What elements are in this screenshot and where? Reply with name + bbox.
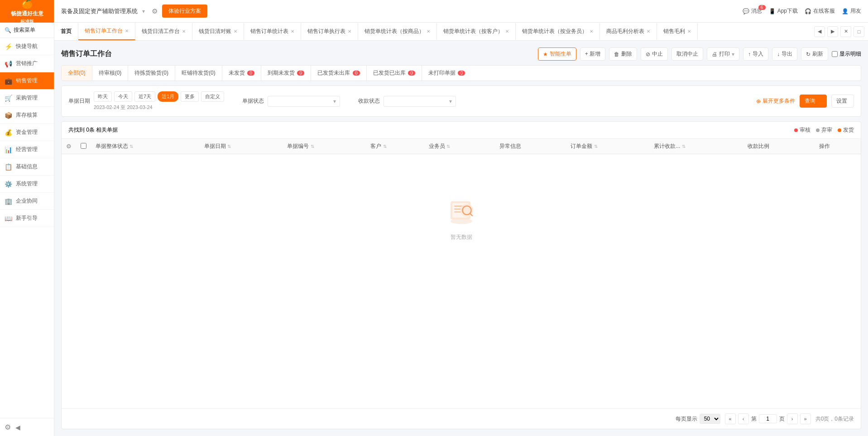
filter-tab-overdue[interactable]: 到期未发货 0 xyxy=(261,66,311,81)
sidebar-item-inventory[interactable]: 📦 库存核算 xyxy=(0,107,54,124)
date-more-btn[interactable]: 更多 xyxy=(181,91,199,102)
tab-sales-summary-staff[interactable]: 销货单统计表（按业务员） ✕ xyxy=(516,23,600,40)
tab-sales-stats[interactable]: 销售订单统计表 ✕ xyxy=(244,23,301,40)
sort-icon[interactable]: ⇅ xyxy=(682,144,686,149)
sort-icon[interactable]: ⇅ xyxy=(446,144,450,149)
tab-close-icon[interactable]: ✕ xyxy=(687,29,691,34)
delete-btn[interactable]: 🗑 删除 xyxy=(609,47,637,61)
sidebar-item-quick-nav[interactable]: ⚡ 快捷导航 xyxy=(0,38,54,55)
ship-action[interactable]: 发货 xyxy=(838,126,854,134)
date-yesterday-btn[interactable]: 昨天 xyxy=(94,91,112,102)
sidebar-item-purchase[interactable]: 🛒 采购管理 xyxy=(0,90,54,107)
sidebar-item-finance[interactable]: 💰 资金管理 xyxy=(0,124,54,141)
filter-tab-all[interactable]: 全部(0) xyxy=(62,66,92,81)
tab-close-icon[interactable]: ✕ xyxy=(234,29,237,34)
tab-home[interactable]: 首页 xyxy=(54,23,78,40)
first-page-btn[interactable]: « xyxy=(725,413,736,424)
filter-tab-pending-inspect[interactable]: 待拣货验货(0) xyxy=(128,66,175,81)
tab-cash-reconcile[interactable]: 钱货日清对账 ✕ xyxy=(192,23,244,40)
sales-icon: 💼 xyxy=(5,77,12,85)
sort-icon[interactable]: ⇅ xyxy=(383,144,387,149)
tab-close-icon[interactable]: ✕ xyxy=(590,29,593,34)
app-download-btn[interactable]: 📱 App下载 xyxy=(769,7,798,15)
filter-tab-shipped-not-out[interactable]: 已发货未出库 0 xyxy=(311,66,366,81)
tab-cash-daily[interactable]: 钱货日清工作台 ✕ xyxy=(135,23,192,40)
sidebar-item-guide[interactable]: 📖 新手引导 xyxy=(0,210,54,227)
filter-tab-wangpu[interactable]: 旺铺待发货(0) xyxy=(175,66,222,81)
sort-icon[interactable]: ⇅ xyxy=(311,144,314,149)
industry-btn[interactable]: 体验行业方案 xyxy=(162,5,207,18)
sort-icon[interactable]: ⇅ xyxy=(227,144,231,149)
prev-page-btn[interactable]: ‹ xyxy=(738,413,749,424)
sidebar-item-basic-info[interactable]: 📋 基础信息 xyxy=(0,158,54,175)
date-1month-btn[interactable]: 近1月 xyxy=(158,91,178,102)
filter-tab-not-shipped[interactable]: 未发货 0 xyxy=(222,66,261,81)
sidebar-item-operations[interactable]: 📊 经营管理 xyxy=(0,141,54,158)
tab-expand-btn[interactable]: □ xyxy=(854,26,864,37)
smart-generate-btn[interactable]: ★ 智能生单 xyxy=(538,47,576,61)
stop-btn[interactable]: ⊘ 中止 xyxy=(641,47,668,61)
sidebar-settings-icon[interactable]: ⚙ xyxy=(5,423,11,431)
withdraw-action[interactable]: 弃审 xyxy=(816,126,832,134)
tab-close-icon[interactable]: ✕ xyxy=(505,29,509,34)
cancel-stop-btn[interactable]: 取消中止 xyxy=(671,47,703,61)
query-btn[interactable]: 查询 xyxy=(800,95,827,108)
sidebar-item-marketing[interactable]: 📢 营销推广 xyxy=(0,55,54,72)
sidebar-item-enterprise[interactable]: 🏢 企业协同 xyxy=(0,193,54,210)
page-size-select[interactable]: 50 xyxy=(700,414,720,424)
sort-icon[interactable]: ⇅ xyxy=(129,144,133,149)
tab-sales-workbench[interactable]: 销售订单工作台 ✕ xyxy=(78,23,135,40)
tab-close-icon[interactable]: ✕ xyxy=(125,28,129,33)
last-page-btn[interactable]: » xyxy=(800,413,811,424)
tab-sales-summary-product[interactable]: 销货单统计表（按商品） ✕ xyxy=(358,23,437,40)
filter-tab-pending-review[interactable]: 待审核(0) xyxy=(92,66,129,81)
sidebar-item-sales[interactable]: 💼 销售管理 xyxy=(0,72,54,90)
tab-sales-summary-customer[interactable]: 销货单统计表（按客户） ✕ xyxy=(437,23,516,40)
sidebar-collapse-icon[interactable]: ◀ xyxy=(15,424,20,431)
tab-close-icon[interactable]: ✕ xyxy=(647,29,650,34)
settings-btn[interactable]: 设置 xyxy=(831,95,854,108)
import-btn[interactable]: ↑ 导入 xyxy=(743,47,768,61)
user-btn[interactable]: 👤 用友 xyxy=(842,7,861,15)
column-settings-icon[interactable]: ⚙ xyxy=(66,143,72,150)
page-input[interactable] xyxy=(759,414,777,423)
show-detail-checkbox[interactable]: 显示明细 xyxy=(832,50,861,58)
tab-close-icon[interactable]: ✕ xyxy=(427,29,430,34)
next-page-btn[interactable]: › xyxy=(787,413,798,424)
sidebar-item-system[interactable]: ⚙️ 系统管理 xyxy=(0,175,54,193)
filter-tab-shipped-out[interactable]: 已发货已出库 0 xyxy=(367,66,422,81)
tab-sales-gross[interactable]: 销售毛利 ✕ xyxy=(657,23,698,40)
col-settings[interactable]: ⚙ xyxy=(62,139,76,154)
tab-close-all-btn[interactable]: ✕ xyxy=(840,26,851,37)
sidebar-search[interactable]: 🔍 搜索菜单 xyxy=(0,23,54,38)
tab-prev-btn[interactable]: ◀ xyxy=(814,26,825,37)
export-btn[interactable]: ↓ 导出 xyxy=(772,47,797,61)
tab-close-icon[interactable]: ✕ xyxy=(182,29,186,34)
header-settings-icon[interactable]: ⚙ xyxy=(152,7,158,15)
status-select[interactable]: ▾ xyxy=(268,96,340,107)
online-service-btn[interactable]: 🎧 在线客服 xyxy=(805,7,835,15)
show-detail-input[interactable] xyxy=(832,51,838,57)
tab-sales-exec[interactable]: 销售订单执行表 ✕ xyxy=(301,23,358,40)
print-btn[interactable]: 🖨 打印 ▾ xyxy=(707,47,739,61)
tab-close-icon[interactable]: ✕ xyxy=(348,29,351,34)
refresh-btn[interactable]: ↻ 刷新 xyxy=(801,47,828,61)
header-dropdown-icon[interactable]: ▾ xyxy=(142,8,145,14)
sidebar-item-label: 营销推广 xyxy=(16,60,38,67)
filter-tab-not-printed[interactable]: 未打印单据 0 xyxy=(422,66,471,81)
table-scroll[interactable]: ⚙ 单据整体状态 ⇅ 单据日期 ⇅ xyxy=(62,139,861,408)
tab-next-btn[interactable]: ▶ xyxy=(827,26,838,37)
tab-close-icon[interactable]: ✕ xyxy=(291,29,294,34)
add-btn[interactable]: + 新增 xyxy=(580,47,605,61)
date-today-btn[interactable]: 今天 xyxy=(114,91,132,102)
collection-select[interactable]: ▾ xyxy=(384,96,456,107)
review-action[interactable]: 审核 xyxy=(794,126,810,134)
date-custom-btn[interactable]: 自定义 xyxy=(201,91,224,102)
date-7days-btn[interactable]: 近7天 xyxy=(134,91,155,102)
sort-icon[interactable]: ⇅ xyxy=(594,144,598,149)
col-checkbox[interactable] xyxy=(76,139,91,154)
select-all-checkbox[interactable] xyxy=(81,143,86,149)
messages-btn[interactable]: 💬 消息 6 xyxy=(743,7,762,15)
expand-conditions-btn[interactable]: ⊕ 展开更多条件 xyxy=(756,97,795,105)
tab-gross-profit[interactable]: 商品毛利分析表 ✕ xyxy=(600,23,657,40)
